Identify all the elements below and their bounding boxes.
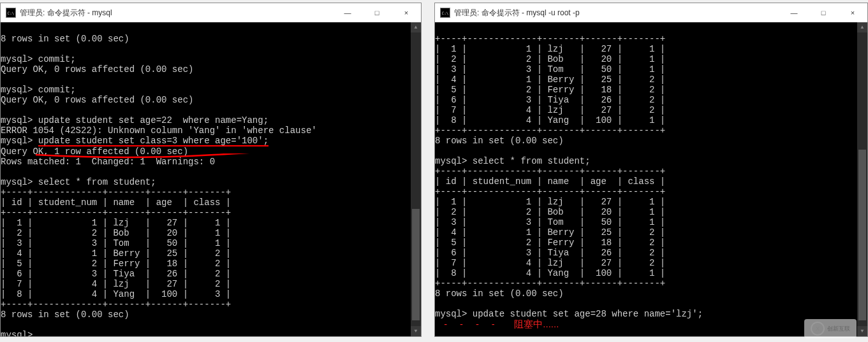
scrollbar-right[interactable]: ▲ ▼ (857, 22, 867, 336)
annotation-blocking-label: 阻塞中...... (514, 318, 559, 329)
terminal-left[interactable]: 8 rows in set (0.00 sec) mysql> commit; … (1, 22, 421, 336)
scroll-track[interactable] (857, 32, 867, 326)
table-sep: +----+-------------+-------+------+-----… (435, 166, 665, 176)
table-header: | id | student_num | name | age | class … (1, 197, 231, 208)
annotation-dashes: - - - - (435, 319, 514, 329)
scrollbar-left[interactable]: ▲ ▼ (411, 22, 421, 336)
output-line: Query OK, 1 row affected (0.00 sec) (1, 146, 188, 157)
table-sep: +----+-------------+-------+------+-----… (435, 125, 665, 136)
table-row: | 6 | 3 | Tiya | 26 | 2 | (435, 248, 665, 258)
window-title-left: 管理员: 命令提示符 - mysql (20, 8, 333, 18)
table-row: | 2 | 2 | Bob | 20 | 1 | (435, 54, 665, 64)
minimize-button[interactable]: — (779, 3, 809, 22)
output-line: mysql> update student set age=28 where n… (435, 309, 703, 319)
scroll-up-button[interactable]: ▲ (411, 22, 421, 32)
output-line: mysql> select * from student; (435, 156, 591, 166)
table-row: | 7 | 4 | lzj | 27 | 2 | (435, 258, 665, 268)
maximize-button[interactable]: □ (809, 3, 838, 22)
output-line: Rows matched: 1 Changed: 1 Warnings: 0 (1, 157, 215, 167)
table-sep: +----+-------------+-------+------+-----… (435, 278, 665, 289)
table-sep: +----+-------------+-------+------+-----… (1, 208, 231, 218)
output-line: Query OK, 0 rows affected (0.00 sec) (1, 64, 193, 75)
titlebar-right[interactable]: 管理员: 命令提示符 - mysql -u root -p — □ × (435, 3, 867, 22)
terminal-right[interactable]: +----+-------------+-------+------+-----… (435, 22, 867, 336)
window-controls-right: — □ × (779, 3, 867, 22)
table-sep: +----+-------------+-------+------+-----… (435, 187, 665, 197)
table-row: | 4 | 1 | Berry | 25 | 2 | (1, 248, 231, 259)
maximize-button[interactable]: □ (362, 3, 392, 22)
table-sep: +----+-------------+-------+------+-----… (1, 187, 231, 197)
table-row: | 4 | 1 | Berry | 25 | 2 | (435, 227, 665, 238)
table-row: | 3 | 3 | Tom | 50 | 1 | (435, 217, 665, 227)
table-row: | 8 | 4 | Yang | 100 | 1 | (435, 115, 665, 125)
output-line: 8 rows in set (0.00 sec) (435, 136, 564, 146)
cmd-window-left: 管理员: 命令提示符 - mysql — □ × 8 rows in set (… (0, 3, 422, 337)
output-line: 8 rows in set (0.00 sec) (1, 310, 129, 320)
watermark-badge: X 创新互联 (804, 319, 857, 338)
table-row: | 7 | 4 | lzj | 27 | 2 | (435, 105, 665, 115)
window-controls-left: — □ × (333, 3, 421, 22)
watermark-text: 创新互联 (827, 325, 850, 333)
table-row: | 5 | 2 | Ferry | 18 | 2 | (1, 259, 231, 269)
output-line: mysql> update student set age=22 where n… (1, 115, 268, 125)
close-button[interactable]: × (392, 3, 421, 22)
table-row: | 1 | 1 | lzj | 27 | 1 | (435, 197, 665, 207)
highlighted-command: update student set class=3 where age='10… (38, 137, 268, 146)
table-header: | id | student_num | name | age | class … (435, 176, 665, 187)
table-row: | 2 | 2 | Bob | 20 | 1 | (435, 207, 665, 217)
table-row: | 4 | 1 | Berry | 25 | 2 | (435, 75, 665, 85)
scroll-down-button[interactable]: ▼ (857, 326, 867, 336)
output-line: 8 rows in set (0.00 sec) (435, 289, 564, 299)
scroll-thumb[interactable] (858, 150, 866, 320)
table-row: | 6 | 3 | Tiya | 26 | 2 | (435, 95, 665, 105)
scroll-up-button[interactable]: ▲ (857, 22, 867, 32)
output-line: ERROR 1054 (42S22): Unknown column 'Yang… (1, 125, 317, 136)
output-line: mysql> select * from student; (1, 177, 156, 187)
table-row: | 1 | 1 | lzj | 27 | 1 | (435, 44, 665, 54)
table-sep: +----+-------------+-------+------+-----… (1, 299, 231, 310)
scroll-thumb[interactable] (412, 209, 420, 320)
minimize-button[interactable]: — (333, 3, 362, 22)
output-line: mysql> commit; (1, 54, 76, 64)
output-line: Query OK, 0 rows affected (0.00 sec) (1, 95, 193, 105)
window-title-right: 管理员: 命令提示符 - mysql -u root -p (454, 8, 779, 18)
table-row: | 8 | 4 | Yang | 100 | 1 | (435, 268, 665, 278)
table-row: | 5 | 2 | Ferry | 18 | 2 | (435, 85, 665, 95)
scroll-track[interactable] (411, 32, 421, 326)
scroll-down-button[interactable]: ▼ (411, 326, 421, 336)
table-sep: +----+-------------+-------+------+-----… (435, 34, 665, 44)
output-line: 8 rows in set (0.00 sec) (1, 34, 129, 44)
table-row: | 3 | 3 | Tom | 50 | 1 | (435, 64, 665, 75)
cmd-icon (6, 8, 16, 18)
cmd-icon (440, 8, 450, 18)
titlebar-left[interactable]: 管理员: 命令提示符 - mysql — □ × (1, 3, 421, 22)
table-row: | 3 | 3 | Tom | 50 | 1 | (1, 238, 231, 248)
table-row: | 1 | 1 | lzj | 27 | 1 | (1, 218, 231, 228)
prompt: mysql> (1, 330, 38, 336)
cmd-window-right: 管理员: 命令提示符 - mysql -u root -p — □ × +---… (434, 3, 868, 337)
table-row: | 6 | 3 | Tiya | 26 | 2 | (1, 269, 231, 279)
close-button[interactable]: × (838, 3, 867, 22)
table-row: | 8 | 4 | Yang | 100 | 3 | (1, 289, 231, 299)
table-row: | 2 | 2 | Bob | 20 | 1 | (1, 228, 231, 238)
prompt: mysql> (1, 136, 38, 146)
output-line: mysql> commit; (1, 85, 76, 95)
table-row: | 7 | 4 | lzj | 27 | 2 | (1, 279, 231, 289)
table-row: | 5 | 2 | Ferry | 18 | 2 | (435, 238, 665, 248)
watermark-logo-icon: X (811, 322, 825, 336)
